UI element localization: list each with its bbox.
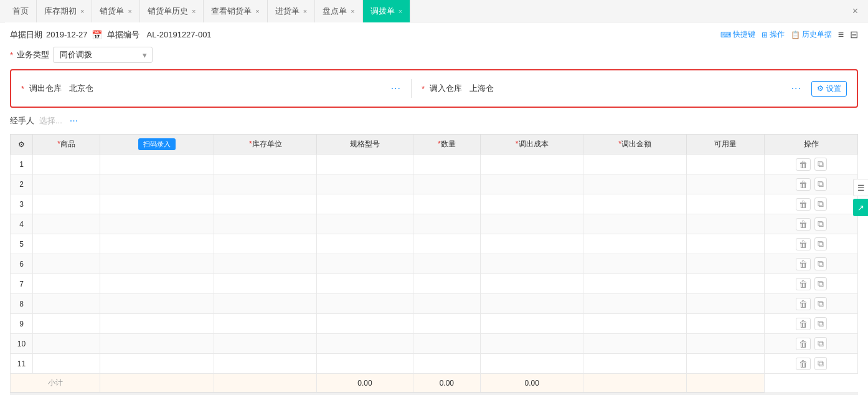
person-input[interactable]: 选择... — [39, 115, 62, 126]
row-4-cost[interactable] — [481, 214, 583, 234]
close-tab-stocktake[interactable]: × — [351, 7, 354, 15]
row-5-product[interactable] — [33, 234, 100, 254]
row-9-available[interactable] — [686, 314, 765, 334]
row-1-product[interactable] — [33, 155, 100, 174]
row-10-amount[interactable] — [583, 334, 686, 354]
row-6-unit[interactable] — [214, 254, 317, 274]
row-1-cost[interactable] — [481, 155, 583, 174]
delete-row-11[interactable]: 🗑 — [796, 358, 811, 370]
row-7-amount[interactable] — [583, 274, 686, 294]
row-5-unit[interactable] — [214, 234, 317, 254]
row-3-spec[interactable] — [317, 194, 413, 214]
delete-row-1[interactable]: 🗑 — [796, 158, 811, 171]
in-warehouse-dots[interactable]: ··· — [791, 83, 801, 94]
row-3-available[interactable] — [686, 194, 765, 214]
row-7-cost[interactable] — [481, 274, 583, 294]
float-export-icon[interactable]: ↗ — [853, 199, 868, 216]
row-8-qty[interactable] — [413, 294, 480, 314]
copy-row-11[interactable]: ⧉ — [814, 357, 827, 370]
copy-row-5[interactable]: ⧉ — [814, 237, 827, 250]
tab-purchase-order[interactable]: 进货单 × — [268, 0, 315, 22]
row-4-product[interactable] — [33, 214, 100, 234]
row-1-available[interactable] — [686, 155, 765, 174]
row-10-unit[interactable] — [214, 334, 317, 354]
row-9-unit[interactable] — [214, 314, 317, 334]
row-5-spec[interactable] — [317, 234, 413, 254]
settings-button[interactable]: ⚙ 设置 — [811, 81, 847, 97]
row-8-spec[interactable] — [317, 294, 413, 314]
row-3-qty[interactable] — [413, 194, 480, 214]
row-2-cost[interactable] — [481, 174, 583, 194]
row-6-cost[interactable] — [481, 254, 583, 274]
close-tab-transfer[interactable]: × — [399, 7, 402, 15]
row-6-amount[interactable] — [583, 254, 686, 274]
copy-row-1[interactable]: ⧉ — [814, 158, 827, 171]
scan-button[interactable]: 扫码录入 — [138, 138, 176, 150]
row-6-spec[interactable] — [317, 254, 413, 274]
row-7-available[interactable] — [686, 274, 765, 294]
delete-row-5[interactable]: 🗑 — [796, 238, 811, 250]
row-10-available[interactable] — [686, 334, 765, 354]
row-3-cost[interactable] — [481, 194, 583, 214]
close-tab-inventory-init[interactable]: × — [80, 7, 84, 15]
table-header-gear[interactable]: ⚙ — [11, 135, 33, 155]
in-warehouse-value[interactable]: 上海仓 — [469, 83, 494, 94]
tab-home[interactable]: 首页 — [5, 0, 37, 22]
horizontal-scrollbar[interactable] — [10, 393, 858, 395]
delete-row-8[interactable]: 🗑 — [796, 298, 811, 310]
delete-row-6[interactable]: 🗑 — [796, 258, 811, 270]
row-8-cost[interactable] — [481, 294, 583, 314]
delete-row-2[interactable]: 🗑 — [796, 178, 811, 191]
copy-row-4[interactable]: ⧉ — [814, 217, 827, 231]
row-8-product[interactable] — [33, 294, 100, 314]
row-9-cost[interactable] — [481, 314, 583, 334]
row-2-qty[interactable] — [413, 174, 480, 194]
history-button[interactable]: 📋 历史单据 — [791, 29, 832, 40]
row-6-qty[interactable] — [413, 254, 480, 274]
row-8-available[interactable] — [686, 294, 765, 314]
row-1-spec[interactable] — [317, 155, 413, 174]
row-10-spec[interactable] — [317, 334, 413, 354]
copy-row-3[interactable]: ⧉ — [814, 198, 827, 211]
operate-button[interactable]: ⊞ 操作 — [762, 29, 785, 40]
row-10-qty[interactable] — [413, 334, 480, 354]
row-6-product[interactable] — [33, 254, 100, 274]
row-11-unit[interactable] — [214, 354, 317, 374]
business-type-select[interactable]: 同价调拨 ▾ — [53, 47, 153, 63]
date-picker-icon[interactable]: 📅 — [92, 30, 102, 40]
out-warehouse-value[interactable]: 北京仓 — [69, 83, 93, 94]
layout-toggle-1[interactable]: ≡ — [838, 29, 844, 40]
row-5-qty[interactable] — [413, 234, 480, 254]
row-3-unit[interactable] — [214, 194, 317, 214]
float-list-icon[interactable]: ☰ — [853, 179, 868, 196]
tab-view-sales[interactable]: 查看销货单 × — [204, 0, 267, 22]
row-4-available[interactable] — [686, 214, 765, 234]
delete-row-3[interactable]: 🗑 — [796, 198, 811, 211]
row-2-product[interactable] — [33, 174, 100, 194]
row-9-amount[interactable] — [583, 314, 686, 334]
close-tab-sales-order[interactable]: × — [128, 7, 131, 15]
row-4-amount[interactable] — [583, 214, 686, 234]
window-close-button[interactable]: × — [847, 6, 863, 17]
copy-row-9[interactable]: ⧉ — [814, 317, 827, 330]
row-11-available[interactable] — [686, 354, 765, 374]
row-5-available[interactable] — [686, 234, 765, 254]
row-4-spec[interactable] — [317, 214, 413, 234]
row-4-qty[interactable] — [413, 214, 480, 234]
tab-sales-history[interactable]: 销货单历史 × — [140, 0, 204, 22]
copy-row-10[interactable]: ⧉ — [814, 337, 827, 350]
tab-inventory-init[interactable]: 库存期初 × — [37, 0, 92, 22]
row-8-amount[interactable] — [583, 294, 686, 314]
delete-row-7[interactable]: 🗑 — [796, 278, 811, 290]
row-1-unit[interactable] — [214, 155, 317, 174]
row-4-unit[interactable] — [214, 214, 317, 234]
person-dots[interactable]: ··· — [70, 115, 78, 126]
row-9-spec[interactable] — [317, 314, 413, 334]
row-11-qty[interactable] — [413, 354, 480, 374]
row-7-product[interactable] — [33, 274, 100, 294]
row-5-cost[interactable] — [481, 234, 583, 254]
row-9-qty[interactable] — [413, 314, 480, 334]
row-7-spec[interactable] — [317, 274, 413, 294]
row-9-product[interactable] — [33, 314, 100, 334]
row-10-product[interactable] — [33, 334, 100, 354]
